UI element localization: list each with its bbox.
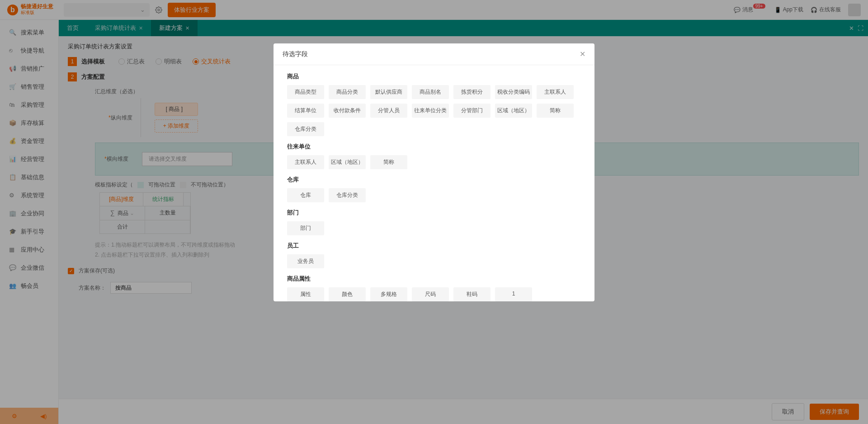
field-chip[interactable]: 区域（地区）	[329, 155, 366, 169]
field-chip[interactable]: 多规格	[370, 287, 407, 301]
field-chip[interactable]: 商品别名	[412, 85, 449, 99]
field-chip[interactable]: 属性	[287, 287, 324, 301]
field-chip[interactable]: 分管人员	[370, 104, 407, 118]
modal-title: 待选字段	[283, 50, 308, 58]
field-chip[interactable]: 拣货积分	[453, 85, 491, 99]
field-chip[interactable]: 部门	[287, 221, 324, 235]
field-chip[interactable]: 主联系人	[537, 85, 574, 99]
field-chip[interactable]: 简称	[370, 155, 407, 169]
field-chip[interactable]: 业务员	[287, 254, 324, 268]
field-chip[interactable]: 商品分类	[329, 85, 366, 99]
field-picker-modal: 待选字段 ✕ 商品商品类型商品分类默认供应商商品别名拣货积分税收分类编码主联系人…	[274, 43, 594, 301]
field-group-title: 部门	[287, 209, 581, 217]
field-chip[interactable]: 鞋码	[453, 287, 491, 301]
field-group-title: 商品属性	[287, 275, 581, 283]
field-group-title: 往来单位	[287, 143, 581, 151]
field-chip[interactable]: 仓库	[287, 188, 324, 202]
field-chip[interactable]: 税收分类编码	[495, 85, 532, 99]
field-group: 商品商品类型商品分类默认供应商商品别名拣货积分税收分类编码主联系人结算单位收付款…	[287, 72, 581, 136]
field-chip[interactable]: 商品类型	[287, 85, 324, 99]
field-chip[interactable]: 尺码	[412, 287, 449, 301]
field-chip[interactable]: 仓库分类	[329, 188, 366, 202]
field-group: 员工业务员	[287, 242, 581, 268]
field-group-title: 员工	[287, 242, 581, 250]
close-icon[interactable]: ✕	[580, 50, 585, 58]
field-chip[interactable]: 分管部门	[453, 104, 491, 118]
field-chip[interactable]: 简称	[537, 104, 574, 118]
modal-overlay: 待选字段 ✕ 商品商品类型商品分类默认供应商商品别名拣货积分税收分类编码主联系人…	[0, 0, 868, 424]
field-group-title: 商品	[287, 72, 581, 81]
field-group: 往来单位主联系人区域（地区）简称	[287, 143, 581, 169]
field-chip[interactable]: 区域（地区）	[495, 104, 532, 118]
field-group-title: 仓库	[287, 176, 581, 184]
field-chip[interactable]: 1	[495, 287, 532, 301]
field-group: 部门部门	[287, 209, 581, 235]
field-chip[interactable]: 默认供应商	[370, 85, 407, 99]
field-chip[interactable]: 收付款条件	[329, 104, 366, 118]
field-chip[interactable]: 颜色	[329, 287, 366, 301]
field-group: 仓库仓库仓库分类	[287, 176, 581, 202]
field-chip[interactable]: 往来单位分类	[412, 104, 449, 118]
field-group: 商品属性属性颜色多规格尺码鞋码1	[287, 275, 581, 301]
field-chip[interactable]: 仓库分类	[287, 122, 324, 136]
field-chip[interactable]: 结算单位	[287, 104, 324, 118]
field-chip[interactable]: 主联系人	[287, 155, 324, 169]
